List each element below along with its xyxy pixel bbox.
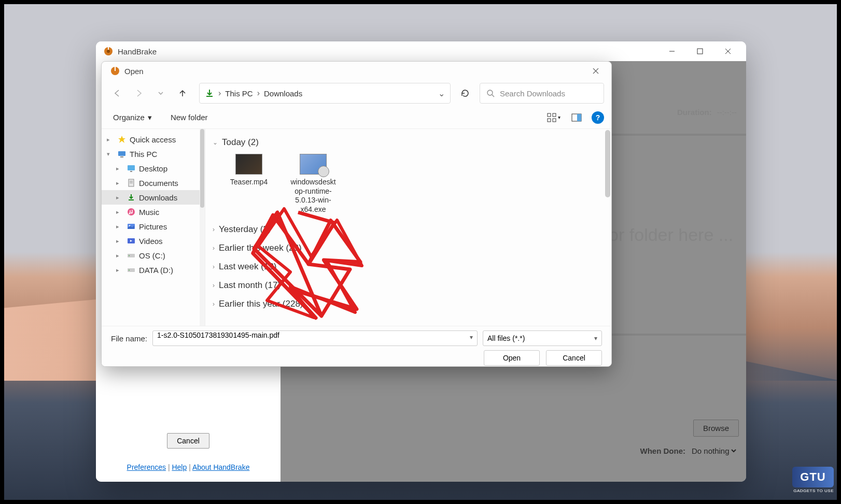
view-options-button[interactable]: ▾	[546, 110, 562, 125]
search-placeholder: Search Downloads	[500, 89, 565, 98]
tree-label: Music	[139, 208, 159, 217]
search-box[interactable]: Search Downloads	[480, 83, 604, 104]
tree-item-music[interactable]: ▸Music	[102, 205, 205, 219]
tree-item-quick-access[interactable]: ▸Quick access	[102, 132, 205, 147]
tree-label: Documents	[139, 179, 178, 188]
desktop-icon	[127, 164, 136, 173]
navigation-tree[interactable]: ▸Quick access▾This PC▸Desktop▸Documents▸…	[102, 129, 205, 326]
minimize-button[interactable]	[658, 41, 686, 61]
chevron-icon[interactable]: ▾	[107, 151, 114, 157]
exe-thumbnail-icon	[300, 154, 327, 175]
filename-label: File name:	[111, 334, 147, 343]
svg-point-39	[129, 270, 130, 271]
chevron-icon[interactable]: ▸	[116, 267, 123, 273]
file-item[interactable]: windowsdesktop-runtime-5.0.13-win-x64.ex…	[289, 154, 337, 214]
group-label: Yesterday (3)	[219, 224, 271, 235]
group-header[interactable]: ›Yesterday (3)	[213, 220, 604, 239]
tree-label: OS (C:)	[139, 251, 165, 260]
file-grid: Teaser.mp4windowsdesktop-runtime-5.0.13-…	[213, 152, 604, 220]
group-header[interactable]: ›Earlier this year (228)	[213, 295, 604, 313]
up-button[interactable]	[174, 85, 191, 102]
group-label: Last month (17)	[219, 280, 281, 291]
tree-item-data-d-[interactable]: ▸DATA (D:)	[102, 263, 205, 277]
help-link[interactable]: Help	[172, 463, 187, 471]
chevron-icon[interactable]: ▸	[116, 238, 123, 244]
breadcrumb-item[interactable]: Downloads	[264, 89, 302, 98]
tree-item-documents[interactable]: ▸Documents	[102, 176, 205, 190]
scrollbar-thumb[interactable]	[200, 129, 204, 208]
svg-rect-14	[548, 113, 551, 117]
tree-item-os-c-[interactable]: ▸OS (C:)	[102, 248, 205, 263]
chevron-icon: ⌄	[213, 139, 218, 146]
dialog-titlebar[interactable]: Open	[102, 62, 611, 80]
filetype-filter[interactable]: All files (*.*)	[483, 330, 602, 346]
chevron-icon[interactable]: ▸	[116, 252, 123, 259]
chevron-icon[interactable]: ▸	[107, 136, 114, 143]
recent-button[interactable]	[152, 85, 169, 102]
documents-icon	[127, 178, 136, 188]
close-button[interactable]	[714, 41, 742, 61]
chevron-icon[interactable]: ▸	[116, 209, 123, 215]
group-header[interactable]: ›Last week (13)	[213, 257, 604, 276]
dialog-close-button[interactable]	[585, 63, 606, 79]
organize-button[interactable]: Organize ▾	[109, 111, 156, 124]
tree-label: Pictures	[139, 222, 167, 231]
address-bar[interactable]: › This PC › Downloads ⌄	[199, 83, 451, 104]
pictures-icon	[127, 222, 136, 231]
star-icon	[117, 135, 127, 144]
watermark-subtitle: GADGETS TO USE	[792, 488, 834, 493]
tree-label: Quick access	[130, 135, 176, 144]
chevron-icon: ›	[213, 226, 215, 233]
cancel-button[interactable]: Cancel	[167, 433, 209, 449]
preview-pane-button[interactable]	[569, 110, 584, 125]
svg-rect-19	[577, 114, 581, 121]
group-header[interactable]: ›Earlier this week (23)	[213, 239, 604, 257]
svg-rect-24	[130, 171, 132, 172]
tree-item-pictures[interactable]: ▸Pictures	[102, 219, 205, 234]
chevron-icon: ›	[213, 244, 215, 252]
scrollbar-thumb[interactable]	[605, 130, 610, 197]
dialog-title: Open	[124, 67, 144, 76]
file-list[interactable]: ⌄Today (2)Teaser.mp4windowsdesktop-runti…	[205, 129, 611, 326]
chevron-down-icon[interactable]: ⌄	[438, 89, 445, 98]
help-button[interactable]: ?	[592, 111, 604, 124]
tree-item-desktop[interactable]: ▸Desktop	[102, 161, 205, 176]
chevron-icon[interactable]: ▸	[116, 165, 123, 172]
group-header[interactable]: ›Last month (17)	[213, 276, 604, 295]
svg-point-37	[129, 255, 130, 256]
svg-rect-16	[548, 119, 551, 122]
scrollbar[interactable]	[200, 129, 205, 326]
chevron-right-icon: ›	[257, 89, 260, 98]
pc-icon	[117, 149, 127, 159]
about-link[interactable]: About HandBrake	[192, 463, 250, 471]
filename-input[interactable]: 1-s2.0-S1050173819301495-main.pdf	[152, 330, 478, 346]
chevron-icon[interactable]: ▸	[116, 180, 123, 186]
group-header[interactable]: ⌄Today (2)	[213, 133, 604, 152]
refresh-button[interactable]	[456, 84, 474, 103]
watermark: GTU GADGETS TO USE	[792, 467, 834, 496]
open-button[interactable]: Open	[484, 350, 540, 366]
tree-item-this-pc[interactable]: ▾This PC	[102, 147, 205, 161]
tree-item-videos[interactable]: ▸Videos	[102, 234, 205, 248]
tree-item-downloads[interactable]: ▸Downloads	[102, 190, 205, 205]
handbrake-icon	[103, 46, 114, 56]
drive-icon	[127, 251, 136, 260]
chevron-icon[interactable]: ▸	[116, 223, 123, 230]
maximize-button[interactable]	[686, 41, 714, 61]
svg-point-30	[129, 213, 131, 214]
svg-rect-8	[115, 67, 116, 71]
forward-button[interactable]	[131, 85, 147, 102]
svg-rect-4	[697, 49, 703, 54]
drive-icon	[127, 265, 136, 275]
chevron-down-icon: ▾	[558, 114, 560, 120]
new-folder-button[interactable]: New folder	[166, 111, 212, 124]
breadcrumb-item[interactable]: This PC	[225, 89, 253, 98]
preferences-link[interactable]: Preferences	[127, 463, 166, 471]
svg-point-31	[131, 212, 133, 214]
back-button[interactable]	[109, 85, 125, 102]
chevron-icon[interactable]: ▸	[116, 194, 123, 201]
cancel-button[interactable]: Cancel	[546, 350, 602, 366]
file-item[interactable]: Teaser.mp4	[225, 154, 273, 214]
app-titlebar[interactable]: HandBrake	[96, 41, 746, 61]
file-label: Teaser.mp4	[225, 178, 273, 187]
